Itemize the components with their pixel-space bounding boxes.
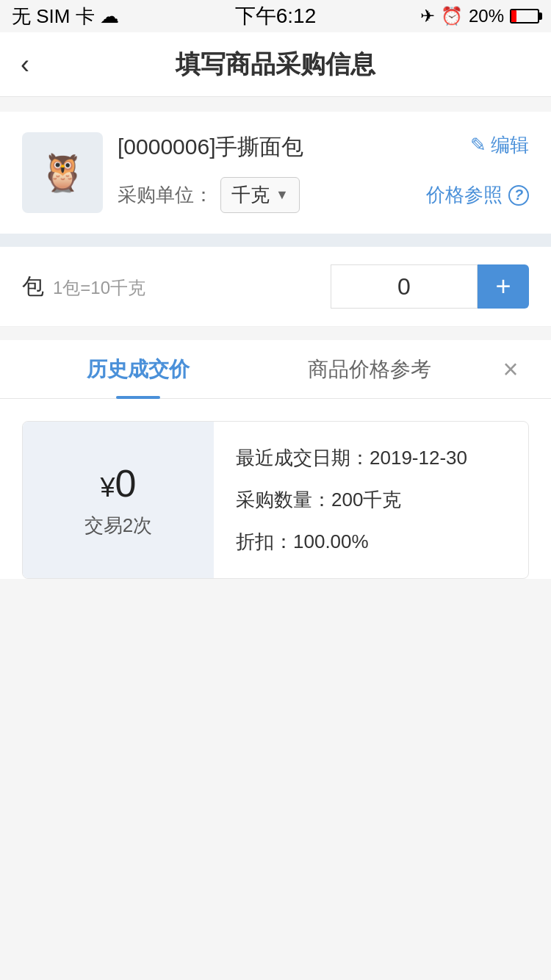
price-ref-button[interactable]: 价格参照 ? (426, 182, 529, 208)
edit-label: 编辑 (491, 132, 529, 158)
recent-date-row: 最近成交日期：2019-12-30 (236, 444, 506, 472)
recent-date-label: 最近成交日期： (236, 447, 370, 469)
history-detail-right: 最近成交日期：2019-12-30 采购数量：200千克 折扣：100.00% (214, 422, 528, 578)
status-right-group: ✈ ⏰ 20% (420, 6, 539, 26)
product-card: 🦉 [0000006]手撕面包 ✎ 编辑 采购单位： 千克 ▼ 价格参照 ? (0, 112, 551, 234)
product-unit-row: 采购单位： 千克 ▼ 价格参照 ? (118, 177, 529, 213)
unit-value: 千克 (231, 182, 270, 208)
section-divider (0, 234, 551, 247)
quantity-conversion: 1包=10千克 (53, 276, 145, 300)
quantity-plus-button[interactable]: + (478, 264, 529, 309)
unit-label: 采购单位： (118, 182, 213, 208)
product-info: [0000006]手撕面包 ✎ 编辑 采购单位： 千克 ▼ 价格参照 ? (118, 132, 529, 213)
battery-percent: 20% (469, 6, 504, 26)
product-header: [0000006]手撕面包 ✎ 编辑 (118, 132, 529, 162)
quantity-input[interactable]: 0 (331, 264, 478, 309)
price-ref-label: 价格参照 (426, 182, 503, 208)
currency-symbol: ¥ (101, 472, 115, 502)
main-content-area (0, 601, 551, 980)
product-thumbnail-icon: 🦉 (40, 151, 85, 194)
price-display: ¥0 (101, 461, 137, 505)
page-title: 填写商品采购信息 (176, 48, 375, 82)
discount-label: 折扣： (236, 530, 293, 552)
price-number: 0 (115, 462, 137, 505)
quantity-row: 包 1包=10千克 0 + (0, 247, 551, 327)
quantity-label: 包 1包=10千克 (22, 272, 145, 302)
product-image: 🦉 (22, 132, 103, 213)
product-name: [0000006]手撕面包 (118, 132, 455, 162)
battery-icon (510, 9, 539, 24)
history-price-card: ¥0 交易2次 最近成交日期：2019-12-30 采购数量：200千克 折扣：… (22, 421, 529, 579)
status-bar: 无 SIM 卡 ☁ 下午6:12 ✈ ⏰ 20% (0, 0, 551, 32)
location-icon: ✈ (420, 6, 435, 26)
tab-underline (116, 396, 160, 399)
quantity-unit: 包 (22, 272, 44, 302)
unit-select[interactable]: 千克 ▼ (220, 177, 300, 213)
history-price-left: ¥0 交易2次 (23, 422, 214, 578)
status-network: 无 SIM 卡 ☁ (12, 4, 119, 29)
edit-button[interactable]: ✎ 编辑 (470, 132, 529, 158)
tab-history-label: 历史成交价 (87, 356, 190, 383)
chevron-down-icon: ▼ (276, 187, 289, 203)
purchase-qty-row: 采购数量：200千克 (236, 486, 506, 514)
purchase-qty-value: 200千克 (331, 489, 401, 511)
trade-count: 交易2次 (84, 513, 152, 538)
info-icon: ? (508, 185, 529, 206)
tabs-header: 历史成交价 商品价格参考 × (0, 340, 551, 399)
edit-icon: ✎ (470, 134, 486, 156)
discount-value: 100.00% (293, 530, 369, 552)
tab-price-ref-label: 商品价格参考 (308, 356, 431, 383)
alarm-icon: ⏰ (441, 6, 463, 26)
tab-close-button[interactable]: × (492, 351, 529, 388)
discount-row: 折扣：100.00% (236, 527, 506, 556)
back-button[interactable]: ‹ (21, 49, 29, 80)
quantity-control: 0 + (331, 264, 529, 309)
status-time: 下午6:12 (235, 2, 317, 30)
nav-bar: ‹ 填写商品采购信息 (0, 32, 551, 97)
tabs-section: 历史成交价 商品价格参考 × ¥0 交易2次 最近成交日期：2019-12-30… (0, 340, 551, 579)
recent-date-value: 2019-12-30 (370, 447, 467, 469)
tab-product-price-ref[interactable]: 商品价格参考 (253, 340, 485, 399)
tab-history-price[interactable]: 历史成交价 (22, 340, 253, 399)
purchase-qty-label: 采购数量： (236, 489, 331, 511)
